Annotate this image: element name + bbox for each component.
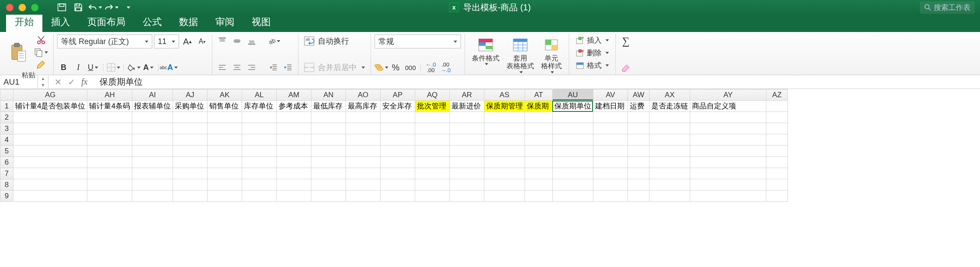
decrease-indent-button[interactable] bbox=[267, 61, 280, 74]
cell-AN2[interactable] bbox=[311, 112, 346, 123]
col-header-AZ[interactable]: AZ bbox=[766, 89, 788, 101]
cell-AO5[interactable] bbox=[346, 146, 380, 157]
cell-AM7[interactable] bbox=[276, 168, 311, 179]
cell-AV6[interactable] bbox=[593, 157, 628, 168]
formula-input[interactable]: 保质期单位 bbox=[96, 75, 980, 89]
cell-AL4[interactable] bbox=[242, 134, 276, 146]
cell-AJ4[interactable] bbox=[173, 134, 207, 146]
cell-AK9[interactable] bbox=[207, 191, 242, 202]
cell-AU2[interactable] bbox=[552, 112, 593, 123]
merge-center-button[interactable]: 合并后居中 bbox=[302, 61, 367, 74]
col-header-AV[interactable]: AV bbox=[593, 89, 628, 101]
cell-AM1[interactable]: 参考成本 bbox=[276, 101, 311, 112]
col-header-AG[interactable]: AG bbox=[13, 89, 87, 101]
cell-AH4[interactable] bbox=[87, 134, 132, 146]
cell-AW1[interactable]: 运费 bbox=[628, 101, 649, 112]
cell-AG5[interactable] bbox=[13, 146, 87, 157]
cell-styles-button[interactable]: 单元 格样式 bbox=[538, 35, 565, 74]
format-painter-button[interactable] bbox=[32, 59, 50, 70]
fx-icon[interactable]: fx bbox=[81, 77, 87, 87]
cell-AP4[interactable] bbox=[380, 134, 415, 146]
cell-AX2[interactable] bbox=[649, 112, 690, 123]
cell-AL3[interactable] bbox=[242, 123, 276, 134]
cut-button[interactable] bbox=[32, 35, 50, 46]
cell-AM3[interactable] bbox=[276, 123, 311, 134]
decrease-decimal-button[interactable]: .00→.0 bbox=[439, 61, 452, 74]
cell-AK4[interactable] bbox=[207, 134, 242, 146]
cell-AU3[interactable] bbox=[552, 123, 593, 134]
cell-AV2[interactable] bbox=[593, 112, 628, 123]
undo-button[interactable] bbox=[89, 1, 101, 13]
ribbon-tab-1[interactable]: 插入 bbox=[42, 12, 79, 32]
cell-AV7[interactable] bbox=[593, 168, 628, 179]
cell-AJ8[interactable] bbox=[173, 179, 207, 191]
cell-AZ9[interactable] bbox=[766, 191, 788, 202]
cell-AU5[interactable] bbox=[552, 146, 593, 157]
col-header-AL[interactable]: AL bbox=[242, 89, 276, 101]
cell-AN5[interactable] bbox=[311, 146, 346, 157]
col-header-AW[interactable]: AW bbox=[628, 89, 649, 101]
insert-cells-button[interactable]: 插入 bbox=[573, 35, 612, 46]
cell-AN9[interactable] bbox=[311, 191, 346, 202]
qat-customize-icon[interactable] bbox=[122, 1, 134, 13]
cell-AR1[interactable]: 最新进价 bbox=[449, 101, 484, 112]
cell-AS9[interactable] bbox=[484, 191, 525, 202]
row-header-3[interactable]: 3 bbox=[0, 123, 13, 134]
cell-AZ4[interactable] bbox=[766, 134, 788, 146]
cell-AR9[interactable] bbox=[449, 191, 484, 202]
row-header-7[interactable]: 7 bbox=[0, 168, 13, 179]
cell-AX8[interactable] bbox=[649, 179, 690, 191]
ribbon-tab-0[interactable]: 开始 bbox=[6, 12, 42, 32]
ribbon-tab-6[interactable]: 视图 bbox=[243, 12, 279, 32]
cell-AK8[interactable] bbox=[207, 179, 242, 191]
cell-AU4[interactable] bbox=[552, 134, 593, 146]
cell-AS7[interactable] bbox=[484, 168, 525, 179]
cell-AO4[interactable] bbox=[346, 134, 380, 146]
col-header-AX[interactable]: AX bbox=[649, 89, 690, 101]
cell-AW5[interactable] bbox=[628, 146, 649, 157]
cell-AL5[interactable] bbox=[242, 146, 276, 157]
cell-AQ7[interactable] bbox=[415, 168, 449, 179]
clear-button[interactable] bbox=[619, 61, 632, 74]
col-header-AP[interactable]: AP bbox=[380, 89, 415, 101]
cell-AI7[interactable] bbox=[132, 168, 173, 179]
cell-AT2[interactable] bbox=[525, 112, 552, 123]
row-header-9[interactable]: 9 bbox=[0, 191, 13, 202]
cell-AN6[interactable] bbox=[311, 157, 346, 168]
cell-AZ1[interactable] bbox=[766, 101, 788, 112]
number-format-select[interactable]: 常规 bbox=[375, 35, 461, 48]
cell-AM4[interactable] bbox=[276, 134, 311, 146]
cancel-formula-button[interactable]: ✕ bbox=[54, 77, 62, 87]
col-header-AS[interactable]: AS bbox=[484, 89, 525, 101]
cell-AQ8[interactable] bbox=[415, 179, 449, 191]
col-header-AM[interactable]: AM bbox=[276, 89, 311, 101]
cell-AN3[interactable] bbox=[311, 123, 346, 134]
align-left-button[interactable] bbox=[216, 61, 229, 74]
cell-AO1[interactable]: 最高库存 bbox=[346, 101, 380, 112]
cell-AT8[interactable] bbox=[525, 179, 552, 191]
cell-AG3[interactable] bbox=[13, 123, 87, 134]
cell-AQ4[interactable] bbox=[415, 134, 449, 146]
align-right-button[interactable] bbox=[245, 61, 258, 74]
cell-AO2[interactable] bbox=[346, 112, 380, 123]
cell-AI9[interactable] bbox=[132, 191, 173, 202]
cell-AP2[interactable] bbox=[380, 112, 415, 123]
cell-AJ2[interactable] bbox=[173, 112, 207, 123]
comma-button[interactable]: 000 bbox=[404, 61, 417, 74]
cell-AT1[interactable]: 保质期 bbox=[525, 101, 552, 112]
cell-AH3[interactable] bbox=[87, 123, 132, 134]
cell-AK6[interactable] bbox=[207, 157, 242, 168]
cell-AG6[interactable] bbox=[13, 157, 87, 168]
cell-AP7[interactable] bbox=[380, 168, 415, 179]
cell-AM6[interactable] bbox=[276, 157, 311, 168]
cell-AQ9[interactable] bbox=[415, 191, 449, 202]
cell-AY4[interactable] bbox=[690, 134, 766, 146]
cell-AU1[interactable]: 保质期单位 bbox=[552, 101, 593, 112]
cell-AV3[interactable] bbox=[593, 123, 628, 134]
cell-AX6[interactable] bbox=[649, 157, 690, 168]
cell-AG9[interactable] bbox=[13, 191, 87, 202]
ribbon-tab-4[interactable]: 数据 bbox=[170, 12, 207, 32]
col-header-AQ[interactable]: AQ bbox=[415, 89, 449, 101]
cell-AU9[interactable] bbox=[552, 191, 593, 202]
cell-AR4[interactable] bbox=[449, 134, 484, 146]
